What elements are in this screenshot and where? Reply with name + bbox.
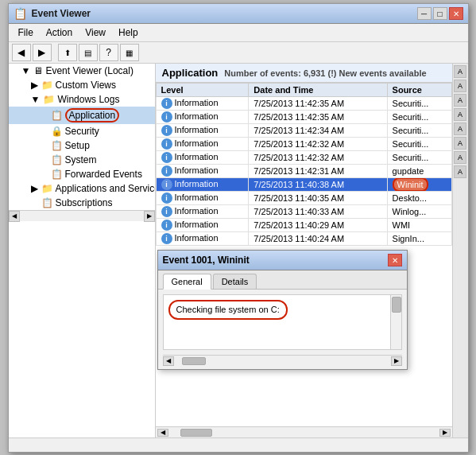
event-dialog: Event 1001, Wininit ✕ General Details <box>157 250 408 370</box>
tree-item-security[interactable]: ▶ 🔒 Security <box>9 124 155 138</box>
table-row[interactable]: iInformation 7/25/2013 11:40:35 AM Deskt… <box>156 192 451 205</box>
h-scroll-thumb[interactable] <box>182 357 206 365</box>
dialog-highlighted-text: Checking file system on C: <box>168 300 288 320</box>
maximize-button[interactable]: □ <box>433 7 447 20</box>
folder-icon: 📁 <box>41 80 53 91</box>
table-horizontal-scrollbar[interactable]: ◀ ▶ <box>156 426 452 438</box>
menu-action[interactable]: Action <box>40 25 79 40</box>
show-hide-button[interactable]: ▤ <box>79 44 98 61</box>
dialog-title-bar: Event 1001, Wininit ✕ <box>158 251 407 270</box>
menu-view[interactable]: View <box>79 25 112 40</box>
table-row-selected[interactable]: iInformation 7/25/2013 11:40:38 AM Winin… <box>156 178 451 192</box>
table-row[interactable]: iInformation 7/25/2013 11:40:33 AM Winlo… <box>156 205 451 219</box>
h-scroll-right[interactable]: ▶ <box>439 429 451 437</box>
forward-button[interactable]: ▶ <box>33 44 52 61</box>
table-row[interactable]: iInformation 7/25/2013 11:42:32 AM Secur… <box>156 138 451 151</box>
scrollbar-thumb[interactable] <box>392 297 401 313</box>
side-icon-4[interactable]: A <box>454 108 466 121</box>
side-icon-1[interactable]: A <box>454 65 466 78</box>
events-table: Level Date and Time Source iInformation … <box>156 83 452 246</box>
tab-details[interactable]: Details <box>213 274 257 289</box>
up-button[interactable]: ⬆ <box>58 44 77 61</box>
scroll-right-arrow[interactable]: ▶ <box>144 211 155 222</box>
tree-item-windows-logs[interactable]: ▼ 📁 Windows Logs <box>9 92 155 107</box>
status-bar <box>9 438 468 452</box>
back-button[interactable]: ◀ <box>12 44 31 61</box>
tree-item-application[interactable]: ▶ 📋 Application <box>9 107 155 124</box>
tree-item-app-services[interactable]: ▶ 📁 Applications and Services Lo <box>9 181 155 196</box>
table-row[interactable]: iInformation 7/25/2013 11:42:32 AM Secur… <box>156 151 451 165</box>
info-icon: i <box>161 220 172 231</box>
dialog-content-area: Checking file system on C: <box>163 294 402 350</box>
scroll-left-arrow[interactable]: ◀ <box>9 211 20 222</box>
table-row[interactable]: iInformation 7/25/2013 11:40:29 AM WMI <box>156 219 451 232</box>
tab-general[interactable]: General <box>163 274 211 290</box>
log-icon: 📋 <box>51 140 63 151</box>
tree-item-setup[interactable]: ▶ 📋 Setup <box>9 138 155 153</box>
col-source[interactable]: Source <box>387 84 451 97</box>
col-datetime[interactable]: Date and Time <box>249 84 387 97</box>
right-panel: Application Number of events: 6,931 (!) … <box>156 64 452 438</box>
side-icon-5[interactable]: A <box>454 122 466 135</box>
h-scroll-thumb[interactable] <box>180 429 212 437</box>
folder-icon: 📁 <box>41 183 53 194</box>
side-icon-3[interactable]: A <box>454 94 466 107</box>
expand-icon: ▶ <box>31 183 38 194</box>
menu-help[interactable]: Help <box>112 25 145 40</box>
tree-item-custom-views[interactable]: ▶ 📁 Custom Views <box>9 78 155 92</box>
info-icon: i <box>161 138 172 150</box>
side-icon-7[interactable]: A <box>454 151 466 164</box>
left-panel-scrollbar[interactable]: ◀ ▶ <box>9 210 155 221</box>
dialog-tabs: General Details <box>158 270 407 290</box>
folder-icon: 📁 <box>43 94 55 105</box>
minimize-button[interactable]: ─ <box>417 7 431 20</box>
dialog-close-button[interactable]: ✕ <box>388 254 402 266</box>
properties-button[interactable]: ▦ <box>120 44 139 61</box>
event-dialog-overlay: Event 1001, Wininit ✕ General Details <box>156 250 452 370</box>
help-button[interactable]: ? <box>99 44 118 61</box>
info-icon: i <box>161 111 172 122</box>
info-icon: i <box>161 233 172 244</box>
side-icon-2[interactable]: A <box>454 80 466 92</box>
info-icon: i <box>161 152 172 163</box>
expand-icon: ▼ <box>31 94 41 105</box>
table-row[interactable]: iInformation 7/25/2013 11:42:31 AM gupda… <box>156 165 451 178</box>
h-scroll-left[interactable]: ◀ <box>157 429 168 437</box>
main-window: 📋 Event Viewer ─ □ ✕ File Action View He… <box>8 3 469 453</box>
tree-item-forwarded-events[interactable]: ▶ 📋 Forwarded Events <box>9 167 155 181</box>
computer-icon: 🖥 <box>33 65 43 76</box>
info-icon: i <box>161 98 172 109</box>
window-title: Event Viewer <box>32 8 412 19</box>
tree-item-event-viewer[interactable]: ▼ 🖥 Event Viewer (Local) <box>9 64 155 78</box>
scroll-track[interactable] <box>20 211 144 221</box>
h-scroll-left-arrow[interactable]: ◀ <box>163 356 174 366</box>
menu-file[interactable]: File <box>12 25 40 40</box>
dialog-vertical-scrollbar[interactable] <box>390 295 401 349</box>
wininit-highlight: Wininit <box>393 178 428 192</box>
events-count: Number of events: 6,931 (!) New events a… <box>224 68 426 78</box>
tree-item-system[interactable]: ▶ 📋 System <box>9 153 155 167</box>
tree-item-subscriptions[interactable]: ▶ 📋 Subscriptions <box>9 196 155 210</box>
application-label: Application <box>65 108 120 122</box>
side-icon-6[interactable]: A <box>454 137 466 150</box>
dialog-horizontal-scrollbar[interactable]: ◀ ▶ <box>163 355 402 366</box>
left-panel: ▼ 🖥 Event Viewer (Local) ▶ 📁 Custom View… <box>9 64 156 438</box>
info-icon: i <box>161 125 172 136</box>
expand-icon: ▼ <box>21 65 31 76</box>
side-icon-8[interactable]: A <box>454 165 466 178</box>
table-row[interactable]: iInformation 7/25/2013 11:40:24 AM SignI… <box>156 232 451 246</box>
table-row[interactable]: iInformation 7/25/2013 11:42:35 AM Secur… <box>156 97 451 111</box>
close-button[interactable]: ✕ <box>449 7 463 20</box>
table-row[interactable]: iInformation 7/25/2013 11:42:35 AM Secur… <box>156 111 451 124</box>
toolbar: ◀ ▶ ⬆ ▤ ? ▦ <box>9 42 468 64</box>
info-icon: i <box>161 165 172 177</box>
dialog-text: Checking file system on C: <box>168 300 397 320</box>
col-level[interactable]: Level <box>156 84 249 97</box>
h-scroll-right-arrow[interactable]: ▶ <box>391 356 402 366</box>
table-row[interactable]: iInformation 7/25/2013 11:42:34 AM Secur… <box>156 124 451 138</box>
log-icon: 📋 <box>51 169 63 180</box>
events-header: Application Number of events: 6,931 (!) … <box>156 64 452 83</box>
title-bar: 📋 Event Viewer ─ □ ✕ <box>9 4 468 24</box>
right-side-panel: A A A A A A A A <box>452 64 468 438</box>
events-table-wrapper[interactable]: Level Date and Time Source iInformation … <box>156 83 452 426</box>
